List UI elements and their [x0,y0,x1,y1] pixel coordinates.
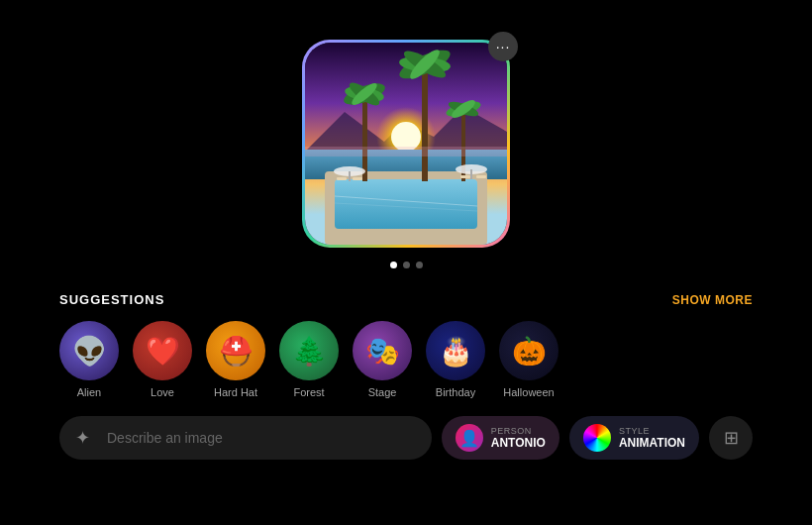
suggestions-header: SUGGESTIONS SHOW MORE [59,292,753,307]
svg-rect-30 [476,175,486,178]
suggestion-label-birthday: Birthday [436,386,475,398]
suggestion-label-hardhat: Hard Hat [214,386,257,398]
suggestion-item-halloween[interactable]: 🎃Halloween [499,321,558,398]
gallery-button[interactable]: ⊞ [709,416,753,460]
more-options-button[interactable]: ··· [488,32,518,61]
show-more-button[interactable]: SHOW MORE [672,293,753,307]
style-pill[interactable]: STYLE ANIMATION [569,416,699,460]
person-value: ANTONIO [491,436,546,450]
suggestion-icon-forest: 🌲 [279,321,339,380]
dot-1[interactable] [390,262,397,268]
person-text-group: PERSON ANTONIO [491,426,546,450]
suggestion-icon-hardhat: ⛑️ [206,321,265,380]
image-inner [305,43,507,245]
suggestion-icon-love: ❤️ [133,321,192,380]
suggestion-icon-stage: 🎭 [353,321,412,380]
svg-rect-25 [337,177,347,180]
style-label: STYLE [619,426,685,436]
suggestions-title: SUGGESTIONS [59,292,164,307]
suggestion-label-alien: Alien [77,386,101,398]
svg-rect-9 [362,92,367,181]
person-pill[interactable]: 👤 PERSON ANTONIO [442,416,559,460]
style-text-group: STYLE ANIMATION [619,426,685,450]
dot-3[interactable] [416,262,423,268]
sparkle-icon: ✦ [75,427,97,449]
person-avatar: 👤 [456,424,483,452]
suggestion-label-halloween: Halloween [503,386,554,398]
gallery-icon: ⊞ [724,427,739,449]
style-value: ANIMATION [619,436,685,450]
dot-2[interactable] [403,262,410,268]
suggestion-label-love: Love [151,386,174,398]
suggestion-item-hardhat[interactable]: ⛑️Hard Hat [206,321,265,398]
bottom-bar: ✦ Describe an image 👤 PERSON ANTONIO STY… [0,416,812,460]
suggestion-icon-birthday: 🎂 [426,321,485,380]
suggestion-item-alien[interactable]: 👽Alien [59,321,119,398]
suggestion-icon-alien: 👽 [59,321,119,380]
svg-rect-26 [353,177,362,180]
main-image-card: ··· [302,40,510,248]
describe-input[interactable]: ✦ Describe an image [59,416,432,460]
svg-rect-28 [470,169,472,179]
svg-rect-29 [460,175,470,178]
svg-rect-24 [349,171,351,181]
person-label: PERSON [491,426,546,436]
image-frame [302,40,510,248]
suggestion-item-forest[interactable]: 🌲Forest [279,321,339,398]
suggestion-icon-halloween: 🎃 [499,321,558,380]
suggestion-label-stage: Stage [368,386,397,398]
suggestion-label-forest: Forest [293,386,324,398]
carousel-dots [390,262,423,268]
suggestion-item-birthday[interactable]: 🎂Birthday [426,321,485,398]
describe-placeholder-text: Describe an image [107,430,223,446]
svg-rect-14 [422,62,428,181]
svg-rect-31 [305,147,507,157]
suggestions-row: 👽Alien❤️Love⛑️Hard Hat🌲Forest🎭Stage🎂Birt… [59,321,753,398]
suggestion-item-love[interactable]: ❤️Love [133,321,192,398]
suggestions-section: SUGGESTIONS SHOW MORE 👽Alien❤️Love⛑️Hard… [0,292,812,398]
suggestion-item-stage[interactable]: 🎭Stage [353,321,412,398]
style-color-wheel-icon [583,424,611,452]
